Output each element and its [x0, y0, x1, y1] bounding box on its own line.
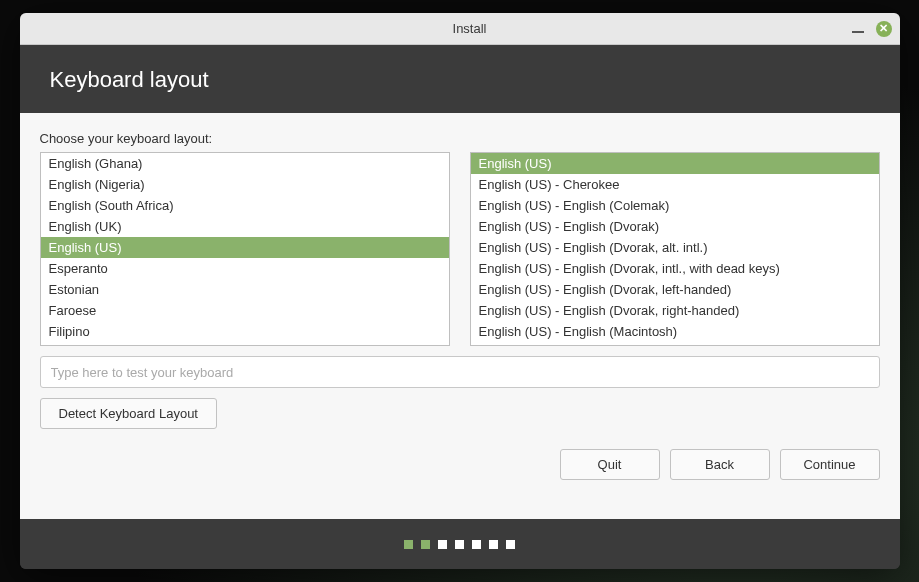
quit-button[interactable]: Quit [560, 449, 660, 480]
list-item[interactable]: English (US) - English (Dvorak) [471, 216, 879, 237]
step-dot-icon [489, 540, 498, 549]
list-item[interactable]: English (Nigeria) [41, 174, 449, 195]
back-button[interactable]: Back [670, 449, 770, 480]
keyboard-test-input[interactable] [40, 356, 880, 388]
step-dot-icon [404, 540, 413, 549]
list-item[interactable]: Filipino [41, 321, 449, 342]
list-item[interactable]: Faroese [41, 300, 449, 321]
list-item[interactable]: English (US) - English (Dvorak, alt. int… [471, 237, 879, 258]
list-item[interactable]: English (US) - English (Dvorak, intl., w… [471, 258, 879, 279]
list-item[interactable]: English (US) [41, 237, 449, 258]
list-item[interactable]: English (US) - English (Dvorak, right-ha… [471, 300, 879, 321]
list-item[interactable]: English (South Africa) [41, 195, 449, 216]
list-item[interactable]: English (US) [471, 153, 879, 174]
variant-listbox[interactable]: English (US)English (US) - CherokeeEngli… [470, 152, 880, 346]
footer-buttons: Quit Back Continue [40, 449, 880, 480]
page-title: Keyboard layout [50, 67, 870, 93]
step-dot-icon [506, 540, 515, 549]
step-dot-icon [438, 540, 447, 549]
list-item[interactable]: Esperanto [41, 258, 449, 279]
close-icon[interactable] [876, 21, 892, 37]
detect-keyboard-button[interactable]: Detect Keyboard Layout [40, 398, 217, 429]
list-item[interactable]: English (US) - Cherokee [471, 174, 879, 195]
header-band: Keyboard layout [20, 45, 900, 113]
step-dot-icon [472, 540, 481, 549]
layout-prompt: Choose your keyboard layout: [40, 131, 880, 146]
window-title: Install [453, 21, 487, 36]
language-listbox[interactable]: English (Ghana)English (Nigeria)English … [40, 152, 450, 346]
list-item[interactable]: English (Ghana) [41, 153, 449, 174]
minimize-icon[interactable] [852, 31, 864, 33]
list-item[interactable]: English (UK) [41, 216, 449, 237]
list-item[interactable]: English (US) - English (Macintosh) [471, 321, 879, 342]
list-item[interactable]: English (US) - English (Dvorak, left-han… [471, 279, 879, 300]
step-dot-icon [421, 540, 430, 549]
content-area: Choose your keyboard layout: English (Gh… [20, 113, 900, 519]
step-dot-icon [455, 540, 464, 549]
list-item[interactable]: Estonian [41, 279, 449, 300]
continue-button[interactable]: Continue [780, 449, 880, 480]
list-item[interactable]: English (US) - English (Colemak) [471, 195, 879, 216]
progress-indicator [20, 519, 900, 569]
installer-window: Install Keyboard layout Choose your keyb… [20, 13, 900, 569]
titlebar: Install [20, 13, 900, 45]
